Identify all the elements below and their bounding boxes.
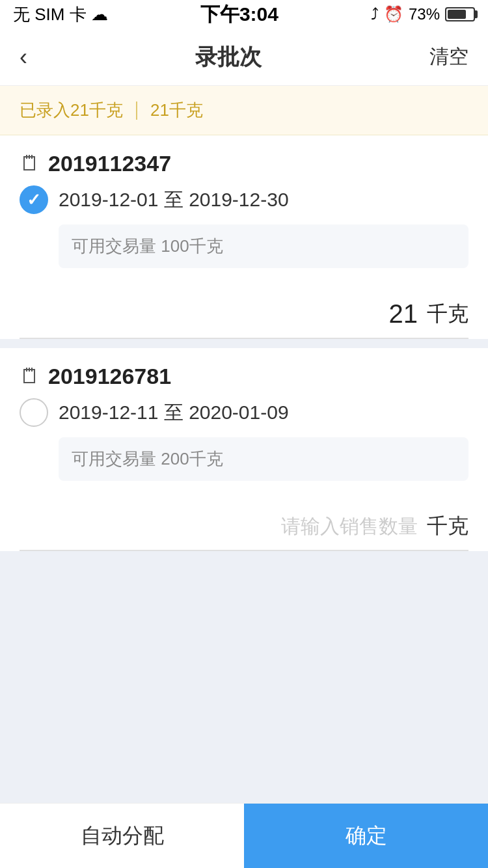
info-banner: 已录入21千克 21千克 — [0, 86, 488, 135]
bottom-gray-area — [0, 551, 488, 831]
batch1-avail: 可用交易量 100千克 — [59, 224, 468, 268]
status-time: 下午3:04 — [200, 1, 278, 28]
status-right: ⤴ ⏰ 73% — [371, 5, 475, 23]
confirm-button[interactable]: 确定 — [244, 804, 488, 868]
section-divider — [0, 339, 488, 348]
back-button[interactable]: ‹ — [20, 44, 27, 71]
batch2-date: 2019-12-11 至 2020-01-09 — [59, 400, 289, 426]
bottom-bar: 自动分配 确定 — [0, 803, 488, 868]
alarm-icon: ⏰ — [384, 5, 403, 23]
batch2-section: 🗒 2019126781 2019-12-11 至 2020-01-09 可用交… — [0, 348, 488, 551]
batch1-date: 2019-12-01 至 2019-12-30 — [59, 187, 289, 213]
batch2-input-row: 请输入销售数量 千克 — [0, 496, 488, 541]
batch2-item: 🗒 2019126781 2019-12-11 至 2020-01-09 — [0, 348, 488, 427]
recorded-amount: 已录入21千克 — [20, 99, 123, 122]
batch2-input-unit: 千克 — [427, 512, 468, 541]
batch2-radio[interactable] — [20, 398, 48, 427]
status-bar: 无 SIM 卡 ☁ 下午3:04 ⤴ ⏰ 73% — [0, 0, 488, 29]
status-left: 无 SIM 卡 ☁ — [13, 3, 108, 26]
battery-text: 73% — [409, 5, 440, 23]
batch2-input-placeholder: 请输入销售数量 — [281, 513, 418, 540]
batch2-avail-wrapper: 可用交易量 200千克 — [0, 437, 488, 496]
batch1-section: 🗒 2019112347 2019-12-01 至 2019-12-30 可用交… — [0, 135, 488, 339]
location-icon: ⤴ — [371, 5, 379, 23]
batch2-icon: 🗒 — [20, 364, 40, 388]
nav-bar: ‹ 录批次 清空 — [0, 29, 488, 86]
auto-distribute-button[interactable]: 自动分配 — [0, 804, 244, 868]
banner-divider — [136, 102, 137, 120]
sim-text: 无 SIM 卡 ☁ — [13, 3, 108, 26]
batch2-avail: 可用交易量 200千克 — [59, 437, 468, 481]
batch1-quantity-value: 21 — [389, 299, 418, 329]
batch2-row: 2019-12-11 至 2020-01-09 — [20, 398, 468, 427]
battery-icon — [445, 7, 475, 21]
batch1-icon: 🗒 — [20, 152, 40, 176]
batch1-radio[interactable] — [20, 185, 48, 214]
page-title: 录批次 — [195, 42, 262, 72]
batch2-header: 🗒 2019126781 — [20, 364, 468, 389]
batch2-number: 2019126781 — [48, 364, 171, 389]
batch1-quantity-unit: 千克 — [427, 300, 468, 329]
batch1-avail-wrapper: 可用交易量 100千克 — [0, 224, 488, 284]
total-amount: 21千克 — [150, 99, 203, 122]
batch1-row: 2019-12-01 至 2019-12-30 — [20, 185, 468, 214]
batch1-quantity-row: 21 千克 — [0, 284, 488, 329]
batch1-item: 🗒 2019112347 2019-12-01 至 2019-12-30 — [0, 135, 488, 214]
batch1-header: 🗒 2019112347 — [20, 151, 468, 176]
batch1-number: 2019112347 — [48, 151, 171, 176]
clear-button[interactable]: 清空 — [429, 44, 468, 70]
